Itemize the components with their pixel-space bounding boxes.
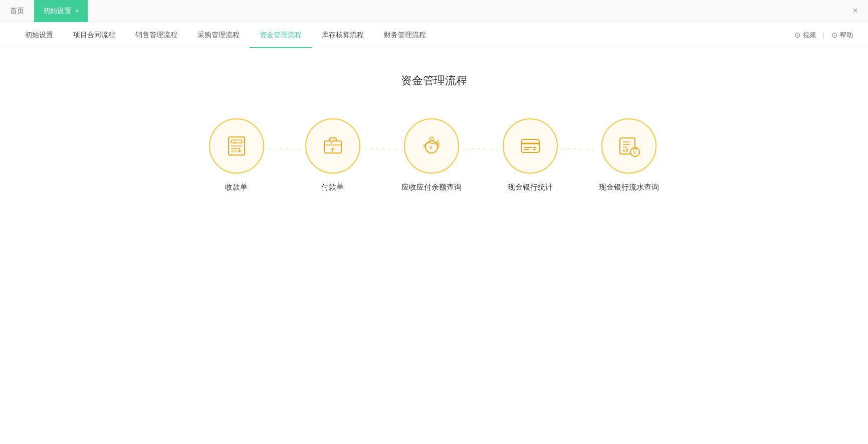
flow-label-cashflow: 现金银行流水查询 xyxy=(599,183,659,192)
active-tab-label: 初始设置 xyxy=(43,7,71,16)
close-all-button[interactable]: × xyxy=(852,6,858,16)
flow-arrow-4: - - - - - - xyxy=(562,144,595,152)
flow-circle-receivable: ¥ ¥ xyxy=(404,118,459,174)
flow-label-cashbank: 现金银行统计 xyxy=(508,183,553,192)
payment-icon: ¥ xyxy=(320,133,346,159)
cashflow-icon: ¥ xyxy=(616,133,642,159)
nav-divider: | xyxy=(823,31,824,39)
video-label: 视频 xyxy=(803,31,816,40)
flow-label-payment: 付款单 xyxy=(321,183,344,192)
svg-rect-26 xyxy=(623,150,625,152)
video-circle-icon: ⊙ xyxy=(794,31,801,40)
close-all-icon: × xyxy=(852,6,858,16)
flow-circle-cashbank xyxy=(503,118,558,174)
nav-right-section: ⊙ 视频 | ⊙ 帮助 xyxy=(794,31,853,40)
flow-item-receivable-query[interactable]: ¥ ¥ 应收应付余额查询 xyxy=(401,118,462,192)
nav-item-purchase-management[interactable]: 采购管理流程 xyxy=(187,22,250,48)
svg-text:¥: ¥ xyxy=(429,145,432,151)
nav-item-financial-management[interactable]: 财务管理流程 xyxy=(374,22,436,48)
page-title: 资金管理流程 xyxy=(401,73,467,88)
svg-rect-27 xyxy=(626,148,628,152)
flow-circle-cashflow: ¥ xyxy=(601,118,657,174)
flow-arrow-2: - - - - - - xyxy=(364,144,397,152)
nav-item-inventory-calculation[interactable]: 库存核算流程 xyxy=(312,22,374,48)
svg-text:¥: ¥ xyxy=(234,140,236,144)
help-circle-icon: ⊙ xyxy=(831,31,838,40)
flow-label-receipt: 收款单 xyxy=(225,183,248,192)
tab-close-button[interactable]: × xyxy=(75,8,79,15)
flow-circle-receipt: ¥ xyxy=(209,118,264,174)
cashbank-icon xyxy=(517,133,543,159)
help-button[interactable]: ⊙ 帮助 xyxy=(831,31,853,40)
help-label: 帮助 xyxy=(840,31,853,40)
flow-item-payment[interactable]: ¥ 付款单 xyxy=(305,118,360,192)
flow-label-receivable: 应收应付余额查询 xyxy=(401,183,462,192)
svg-rect-13 xyxy=(437,142,440,148)
flow-item-cashflow[interactable]: ¥ 现金银行流水查询 xyxy=(599,118,659,192)
video-help-button[interactable]: ⊙ 视频 xyxy=(794,31,816,40)
top-bar: 首页 初始设置 × × xyxy=(0,0,868,22)
receivable-icon: ¥ ¥ xyxy=(418,133,445,159)
nav-item-project-contract[interactable]: 项目合同流程 xyxy=(63,22,125,48)
flow-arrow-1: - - - - - - xyxy=(268,144,301,152)
flow-item-cashbank-stats[interactable]: 现金银行统计 xyxy=(503,118,558,192)
flow-container: ¥ 收款单 - - - - - - xyxy=(209,118,659,192)
svg-text:¥: ¥ xyxy=(330,140,333,145)
flow-arrow-3: - - - - - - xyxy=(466,144,499,152)
nav-item-sales-management[interactable]: 销售管理流程 xyxy=(125,22,187,48)
active-tab[interactable]: 初始设置 × xyxy=(34,0,88,22)
nav-bar: 初始设置 项目合同流程 销售管理流程 采购管理流程 资金管理流程 库存核算流程 … xyxy=(0,22,868,48)
svg-rect-16 xyxy=(521,139,539,153)
nav-item-initial-setup[interactable]: 初始设置 xyxy=(15,22,63,48)
nav-item-fund-management[interactable]: 资金管理流程 xyxy=(250,22,312,48)
receipt-icon: ¥ xyxy=(224,133,250,159)
svg-text:¥: ¥ xyxy=(633,150,636,155)
flow-item-receipt[interactable]: ¥ 收款单 xyxy=(209,118,264,192)
home-tab[interactable]: 首页 xyxy=(0,0,34,22)
flow-circle-payment: ¥ xyxy=(305,118,360,174)
main-content: 资金管理流程 ¥ 收款单 - - - - - - xyxy=(0,48,868,192)
